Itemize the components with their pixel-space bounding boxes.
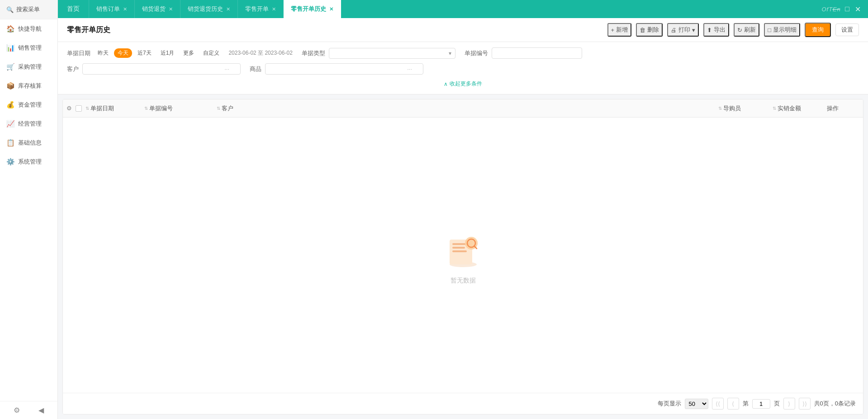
th-no[interactable]: ⇅ 单据编号 <box>141 104 213 113</box>
date-btn-yesterday[interactable]: 昨天 <box>94 48 112 58</box>
page-label-ye: 页 <box>774 400 780 408</box>
page-title: 零售开单历史 <box>67 25 110 35</box>
sidebar-item-label: 资金管理 <box>18 101 42 109</box>
display-detail-button[interactable]: □ 显示明细 <box>764 23 800 37</box>
sidebar-item-inventory[interactable]: 📦 库存核算 <box>0 76 57 95</box>
filter-row-2: 客户 ··· 商品 ··· <box>67 63 859 75</box>
delete-button[interactable]: 🗑 删除 <box>636 23 663 37</box>
collapse-sidebar-button[interactable]: ◀ <box>38 406 44 414</box>
th-date[interactable]: ⇅ 单据日期 <box>82 104 141 113</box>
th-date-sort-icon: ⇅ <box>85 106 89 111</box>
sidebar-bottom: ⚙ ◀ <box>0 401 57 419</box>
filter-bill-type-group: 单据类型 ▾ <box>302 48 455 59</box>
sidebar-item-purchase-mgmt[interactable]: 🛒 采购管理 <box>0 57 57 76</box>
date-btn-today[interactable]: 今天 <box>114 48 132 58</box>
select-all-checkbox[interactable] <box>76 105 82 112</box>
page-actions: + 新增 🗑 删除 🖨 打印 ▾ ⬆ 导出 <box>607 23 859 37</box>
per-page-select[interactable]: 50 10 20 100 <box>685 399 708 409</box>
export-button[interactable]: ⬆ 导出 <box>703 23 729 37</box>
tab-sales-return-history[interactable]: 销货退货历史 ✕ <box>180 0 238 18</box>
sidebar-item-label: 系统管理 <box>18 158 42 166</box>
window-close[interactable]: ✕ <box>853 3 863 15</box>
date-btn-last7[interactable]: 近7天 <box>134 48 155 58</box>
window-maximize[interactable]: □ <box>843 3 851 15</box>
tab-retail-open-history-close[interactable]: ✕ <box>329 6 333 12</box>
sidebar-item-label: 销售管理 <box>18 44 42 52</box>
tab-sales-order[interactable]: 销售订单 ✕ <box>89 0 135 18</box>
date-btn-last1m[interactable]: 近1月 <box>157 48 178 58</box>
settings-bottom-icon[interactable]: ⚙ <box>14 406 20 414</box>
sidebar-item-label: 库存核算 <box>18 82 42 90</box>
goods-input[interactable]: ··· <box>265 63 423 75</box>
new-button[interactable]: + 新增 <box>607 23 632 37</box>
sidebar-item-quick-nav[interactable]: 🏠 快捷导航 <box>0 19 57 38</box>
brand-text: OfTEn <box>821 6 841 13</box>
sidebar-item-system[interactable]: ⚙️ 系统管理 <box>0 152 57 171</box>
tab-retail-open-close[interactable]: ✕ <box>272 6 276 12</box>
sidebar-item-finance[interactable]: 💰 资金管理 <box>0 95 57 114</box>
purchase-icon: 🛒 <box>6 63 14 71</box>
filter-goods-group: 商品 ··· <box>250 63 423 75</box>
customer-input[interactable]: ··· <box>82 63 241 75</box>
sidebar-item-operations[interactable]: 📈 经营管理 <box>0 114 57 133</box>
print-icon: 🖨 <box>671 27 677 33</box>
print-button[interactable]: 🖨 打印 ▾ <box>667 23 699 37</box>
filter-bill-no-group: 单据编号 <box>465 47 582 59</box>
settings-label: 设置 <box>841 26 853 34</box>
tab-retail-open-history[interactable]: 零售开单历史 ✕ <box>284 0 341 18</box>
date-btn-more[interactable]: 更多 <box>180 48 198 58</box>
tab-home[interactable]: 首页 <box>58 0 89 18</box>
home-icon: 🏠 <box>6 25 14 33</box>
th-amount[interactable]: ⇅ 实销金额 <box>769 104 823 113</box>
page-first-btn[interactable]: ⟨⟨ <box>712 398 724 410</box>
th-customer-sort-icon: ⇅ <box>217 106 220 111</box>
total-label: 共0页，0条记录 <box>814 400 856 408</box>
empty-text: 暂无数据 <box>451 277 476 285</box>
tab-sales-order-label: 销售订单 <box>96 5 120 13</box>
tab-sales-order-close[interactable]: ✕ <box>123 6 127 12</box>
filter-date-group: 单据日期 昨天 今天 近7天 近1月 更多 自定义 2023-06-02 至 2… <box>67 48 293 58</box>
new-label: 新增 <box>616 26 628 34</box>
sidebar-item-basic-info[interactable]: 📋 基础信息 <box>0 133 57 152</box>
tab-retail-open[interactable]: 零售开单 ✕ <box>238 0 284 18</box>
page-header: 零售开单历史 + 新增 🗑 删除 🖨 打印 ▾ <box>58 18 868 42</box>
page-label-di: 第 <box>743 400 749 408</box>
chevron-up-icon: ∧ <box>444 81 448 87</box>
tab-sales-return-history-close[interactable]: ✕ <box>226 6 230 12</box>
page-title-row: 零售开单历史 + 新增 🗑 删除 🖨 打印 ▾ <box>67 23 859 42</box>
filter-collapse-btn[interactable]: ∧ 收起更多条件 <box>67 79 859 90</box>
export-label: 导出 <box>714 26 726 34</box>
query-button[interactable]: 查询 <box>805 23 831 37</box>
new-icon: + <box>611 27 615 33</box>
date-btn-custom[interactable]: 自定义 <box>199 48 223 58</box>
th-guide[interactable]: ⇅ 导购员 <box>715 104 769 113</box>
page-next-btn[interactable]: ⟩ <box>783 398 795 410</box>
tab-sales-return-label: 销货退货 <box>142 5 166 13</box>
tab-home-label: 首页 <box>67 5 80 13</box>
bill-type-select[interactable]: ▾ <box>329 48 455 59</box>
customer-label: 客户 <box>67 65 79 73</box>
refresh-button[interactable]: ↻ 刷新 <box>734 23 759 37</box>
tab-sales-return-close[interactable]: ✕ <box>169 6 173 12</box>
sidebar: 🔍 搜索采单 🏠 快捷导航 📊 销售管理 🛒 采购管理 📦 库存核算 💰 资金管… <box>0 0 58 419</box>
table-header: ⚙ ⇅ 单据日期 ⇅ 单据编号 ⇅ 客户 ⇅ 导购员 <box>63 99 863 118</box>
page-content: 零售开单历史 + 新增 🗑 删除 🖨 打印 ▾ <box>58 18 868 419</box>
settings-button[interactable]: 设置 <box>835 24 859 36</box>
bill-no-input[interactable] <box>492 47 582 59</box>
table-settings-icon[interactable]: ⚙ <box>66 105 72 112</box>
brand-logo: OfTEn <box>821 6 841 13</box>
tab-sales-return[interactable]: 销货退货 ✕ <box>135 0 180 18</box>
sidebar-search[interactable]: 🔍 搜索采单 <box>0 0 57 19</box>
page-prev-btn[interactable]: ⟨ <box>727 398 739 410</box>
page-number-input[interactable] <box>752 399 770 409</box>
inventory-icon: 📦 <box>6 82 14 90</box>
bill-type-label: 单据类型 <box>302 49 325 57</box>
filter-customer-group: 客户 ··· <box>67 63 241 75</box>
checkbox-icon: □ <box>768 27 771 33</box>
th-customer[interactable]: ⇅ 客户 <box>213 104 715 113</box>
filter-area: 单据日期 昨天 今天 近7天 近1月 更多 自定义 2023-06-02 至 2… <box>58 42 868 94</box>
export-icon: ⬆ <box>707 27 712 33</box>
page-last-btn[interactable]: ⟩⟩ <box>799 398 811 410</box>
delete-icon: 🗑 <box>640 27 645 33</box>
sidebar-item-sales-mgmt[interactable]: 📊 销售管理 <box>0 38 57 57</box>
